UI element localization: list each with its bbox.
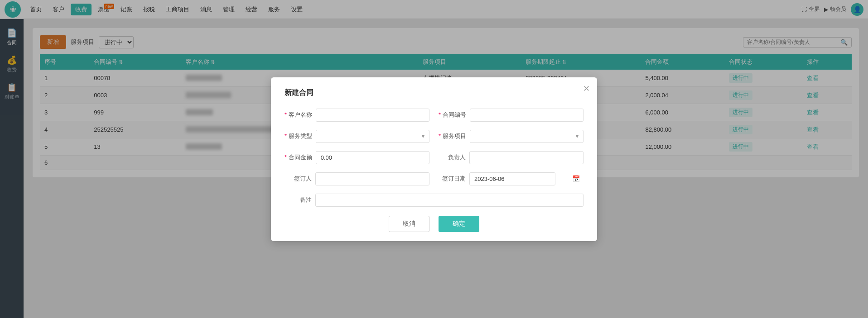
amount-label: 合同金额 [285,153,312,161]
modal-close-button[interactable]: ✕ [583,84,590,94]
service-item-select-wrap: ▼ [470,130,583,143]
confirm-button[interactable]: 确定 [439,216,479,232]
form-group-contract-no: 合同编号 [439,109,583,122]
signer-input[interactable] [315,172,429,185]
service-type-label: 服务类型 [285,132,312,140]
form-group-responsible: 负责人 [439,151,583,164]
service-type-select[interactable] [316,130,429,143]
responsible-input[interactable] [469,151,583,164]
notes-input[interactable] [315,194,583,207]
form-group-service-item: 服务项目 ▼ [439,130,583,143]
form-group-amount: 合同金额 [285,151,429,164]
signer-label: 签订人 [285,175,312,183]
sign-date-label: 签订日期 [439,175,466,183]
service-type-select-wrap: ▼ [316,130,429,143]
form-row-5: 备注 [285,194,583,207]
form-row-3: 合同金额 负责人 [285,151,583,164]
notes-label: 备注 [285,196,312,204]
form-row-1: 客户名称 合同编号 [285,109,583,122]
calendar-icon: 📅 [572,175,580,182]
contract-no-label: 合同编号 [439,111,466,119]
client-name-label: 客户名称 [285,111,312,119]
form-group-client: 客户名称 [285,109,429,122]
form-row-4: 签订人 签订日期 📅 [285,172,583,185]
form-group-signer: 签订人 [285,172,429,185]
modal-overlay: 新建合同 ✕ 客户名称 合同编号 服务类型 ▼ [0,0,868,318]
responsible-label: 负责人 [439,153,466,161]
sign-date-wrap: 📅 [469,172,583,185]
form-group-notes: 备注 [285,194,583,207]
amount-input[interactable] [316,151,429,164]
sign-date-input[interactable] [469,172,555,185]
form-row-2: 服务类型 ▼ 服务项目 ▼ [285,130,583,143]
service-item-label: 服务项目 [439,132,466,140]
cancel-button[interactable]: 取消 [389,216,429,232]
service-item-select[interactable] [470,130,583,143]
contract-no-input[interactable] [470,109,583,122]
modal-title: 新建合同 [285,88,583,98]
client-name-input[interactable] [316,109,429,122]
modal-dialog: 新建合同 ✕ 客户名称 合同编号 服务类型 ▼ [271,77,597,241]
form-group-sign-date: 签订日期 📅 [439,172,583,185]
modal-footer: 取消 确定 [285,216,583,232]
form-group-service-type: 服务类型 ▼ [285,130,429,143]
